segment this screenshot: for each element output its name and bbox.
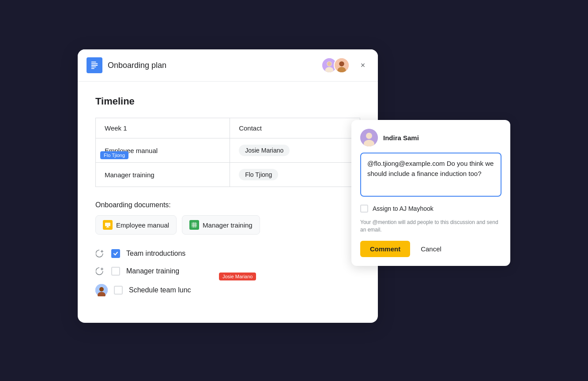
svg-rect-14 — [107, 226, 109, 227]
avatar-2 — [334, 57, 350, 73]
document-window: Onboarding plan — [78, 49, 378, 323]
svg-rect-2 — [91, 65, 98, 66]
commenter-avatar — [360, 129, 378, 146]
sheets-icon — [189, 220, 199, 230]
assign-label: Assign to AJ Mayhook — [373, 205, 433, 212]
svg-rect-4 — [91, 68, 94, 69]
docs-icon — [87, 57, 102, 73]
checklist-item-3: Schedule team lunc Josie Mariano — [95, 284, 360, 296]
close-button[interactable]: × — [357, 59, 369, 71]
collaborator-avatars — [321, 57, 350, 73]
checklist: Team introductions Manager training — [95, 249, 360, 296]
svg-point-8 — [327, 62, 332, 66]
comment-actions: Comment Cancel — [360, 241, 501, 257]
table-row: Employee manual Josie Mariano — [96, 138, 360, 163]
onboarding-docs-label: Onboarding documents: — [95, 201, 360, 209]
svg-rect-16 — [192, 222, 197, 228]
comment-panel: Indira Sami @flo.tjiong@example.com Do y… — [351, 120, 510, 266]
comment-header: Indira Sami — [360, 129, 501, 146]
checklist-label-2: Manager training — [126, 267, 179, 275]
svg-rect-3 — [91, 67, 96, 67]
checkbox-2[interactable] — [111, 267, 120, 276]
svg-rect-1 — [91, 63, 98, 64]
document-title: Onboarding plan — [108, 61, 321, 70]
titlebar: Onboarding plan — [78, 49, 378, 82]
comment-textarea[interactable]: @flo.tjiong@example.com Do you think we … — [360, 153, 501, 197]
assign-row: Assign to AJ Mayhook — [360, 205, 501, 213]
employee-manual-chip-label: Employee manual — [116, 221, 169, 229]
checkbox-1[interactable] — [111, 249, 120, 258]
slides-icon — [103, 220, 113, 230]
svg-point-26 — [99, 287, 104, 291]
document-content: Timeline Week 1 Contact Employee manual … — [78, 82, 378, 323]
doc-chips: Employee manual Manager training — [95, 215, 360, 235]
checklist-label-1: Team introductions — [126, 250, 185, 258]
row1-contact: Josie Mariano — [230, 138, 360, 163]
timeline-table: Week 1 Contact Employee manual Josie Mar… — [95, 118, 360, 187]
cursor-tooltip-flo: Flo Tjiong — [100, 151, 128, 159]
add-task-icon-1 — [95, 249, 105, 258]
add-task-icon-2 — [95, 266, 105, 276]
josie-avatar — [95, 284, 108, 296]
svg-rect-0 — [91, 62, 96, 63]
row2-contact: Flo Tjiong — [230, 163, 360, 187]
comment-button[interactable]: Comment — [360, 241, 410, 257]
table-row: Manager training Flo Tjiong Flo Tjiong — [96, 163, 360, 187]
manager-training-chip[interactable]: Manager training — [182, 215, 260, 235]
svg-rect-13 — [105, 223, 110, 226]
checklist-label-3: Schedule team lunc — [129, 286, 191, 294]
col2-header: Contact — [230, 118, 360, 138]
svg-rect-15 — [106, 227, 109, 228]
checkbox-3[interactable] — [114, 286, 123, 295]
mention-note: Your @mention will add people to this di… — [360, 219, 501, 234]
checklist-item-1: Team introductions — [95, 249, 360, 258]
row2-task: Manager training Flo Tjiong — [96, 163, 230, 187]
manager-training-chip-label: Manager training — [203, 221, 253, 229]
svg-point-29 — [366, 133, 372, 139]
cursor-tooltip-josie: Josie Mariano — [219, 273, 256, 280]
employee-manual-chip[interactable]: Employee manual — [95, 215, 177, 235]
section-title: Timeline — [95, 96, 360, 107]
svg-point-12 — [339, 62, 344, 66]
cancel-button[interactable]: Cancel — [415, 241, 448, 257]
assign-checkbox[interactable] — [360, 205, 368, 213]
col1-header: Week 1 — [96, 118, 230, 138]
commenter-name: Indira Sami — [383, 134, 419, 142]
